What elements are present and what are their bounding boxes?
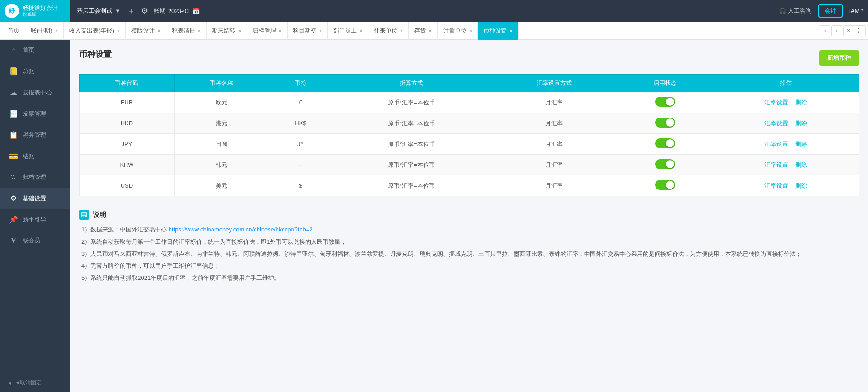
- tab-subjects-close[interactable]: ×: [319, 28, 322, 33]
- headset-icon: 🎧: [779, 8, 786, 14]
- toggle-enabled[interactable]: [655, 138, 675, 148]
- tab-close-all-btn[interactable]: ×: [843, 25, 854, 36]
- tab-dept-close[interactable]: ×: [359, 28, 362, 33]
- tab-currency[interactable]: 币种设置 ×: [478, 22, 518, 40]
- rate-setting-link[interactable]: 汇率设置: [764, 120, 788, 127]
- new-currency-button[interactable]: 新增币种: [819, 50, 859, 66]
- sidebar-item-guide[interactable]: 📌 新手引导: [0, 209, 70, 230]
- sidebar-item-invoice[interactable]: 🧾 发票管理: [0, 103, 70, 124]
- col-actions: 操作: [712, 75, 859, 92]
- currency-table: 币种代码 币种名称 币符 折算方式 汇率设置方式 启用状态 操作 EUR 欧元 …: [79, 74, 859, 196]
- toggle-enabled[interactable]: [655, 97, 675, 107]
- delete-link[interactable]: 删除: [795, 141, 807, 147]
- cell-code: EUR: [80, 92, 175, 113]
- cell-status: [618, 134, 712, 155]
- note-item: 4）无官方牌价的币种，可以用户手工维护汇率信息；: [81, 261, 859, 271]
- sidebar-item-home[interactable]: ⌂ 首页: [0, 40, 70, 61]
- tab-tax[interactable]: 税表清册 ×: [166, 22, 207, 40]
- tab-period[interactable]: 账(中期) ×: [25, 22, 64, 40]
- table-header-row: 币种代码 币种名称 币符 折算方式 汇率设置方式 启用状态 操作: [80, 75, 859, 92]
- toggle-enabled[interactable]: [655, 180, 675, 190]
- tab-dept[interactable]: 部门员工 ×: [328, 22, 368, 40]
- logo-icon: 好: [5, 4, 19, 18]
- tab-inventory[interactable]: 存货 ×: [409, 22, 437, 40]
- tab-template[interactable]: 模版设计 ×: [126, 22, 166, 40]
- sidebar-pin-btn[interactable]: ◄ ◄取消固定: [0, 373, 70, 392]
- sidebar-item-ledger[interactable]: 📒 总账: [0, 61, 70, 82]
- tab-units-close[interactable]: ×: [469, 28, 472, 33]
- tab-inventory-close[interactable]: ×: [429, 28, 431, 33]
- toggle-enabled[interactable]: [655, 159, 675, 169]
- tab-archive[interactable]: 归档管理 ×: [247, 22, 288, 40]
- tab-units[interactable]: 计量单位 ×: [438, 22, 478, 40]
- tab-subjects-label: 科目期初: [293, 27, 316, 35]
- tab-next-btn[interactable]: ›: [831, 25, 842, 36]
- tab-template-close[interactable]: ×: [157, 28, 160, 33]
- tab-partners-close[interactable]: ×: [400, 28, 403, 33]
- cell-calc: 原币*汇率=本位币: [332, 134, 491, 155]
- table-row: USD 美元 $ 原币*汇率=本位币 月汇率 汇率设置 删除: [80, 175, 859, 196]
- tab-currency-close[interactable]: ×: [509, 28, 512, 33]
- toggle-enabled[interactable]: [655, 118, 675, 128]
- delete-link[interactable]: 删除: [795, 161, 807, 168]
- sidebar-item-tax[interactable]: 📋 税务管理: [0, 124, 70, 146]
- account-info: 账期 2023-03 📅: [154, 7, 200, 15]
- tab-maximize-btn[interactable]: ⛶: [855, 25, 866, 36]
- tab-inventory-label: 存货: [414, 27, 426, 35]
- notes-link[interactable]: https://www.chinamoney.com.cn/chinese/bk…: [169, 226, 313, 233]
- note-item: 3）人民币对马来西亚林吉特、俄罗斯卢布、南非兰特、韩元、阿联酋迪拉姆、沙特里亚尔…: [81, 250, 859, 259]
- col-code: 币种代码: [80, 75, 175, 92]
- tab-income-close[interactable]: ×: [117, 28, 120, 33]
- period-value: 2023-03: [168, 8, 190, 14]
- tab-period-label: 账(中期): [31, 27, 52, 35]
- cell-code: USD: [80, 175, 175, 196]
- notes-title: 说明: [79, 210, 859, 220]
- tab-archive-close[interactable]: ×: [279, 28, 282, 33]
- rate-setting-link[interactable]: 汇率设置: [764, 99, 788, 106]
- company-selector[interactable]: 基层工会测试 ▼: [77, 7, 121, 15]
- tab-period-close[interactable]: ×: [55, 28, 58, 33]
- tab-period-end[interactable]: 期末结转 ×: [207, 22, 247, 40]
- sidebar-label-ledger: 总账: [23, 67, 34, 76]
- tab-nav-buttons: ‹ › × ⛶: [820, 25, 866, 36]
- customer-service-btn[interactable]: 🎧 人工咨询: [779, 7, 811, 15]
- tab-partners[interactable]: 往来单位 ×: [368, 22, 409, 40]
- cell-calc: 原币*汇率=本位币: [332, 155, 491, 175]
- calendar-icon[interactable]: 📅: [193, 8, 200, 14]
- add-icon[interactable]: ＋: [125, 4, 137, 18]
- account-button[interactable]: 会计: [818, 4, 843, 18]
- sidebar-label-archive: 归档管理: [23, 173, 46, 181]
- tab-income-report[interactable]: 收入支出表(年报) ×: [64, 22, 126, 40]
- delete-link[interactable]: 删除: [795, 120, 807, 127]
- col-name: 币种名称: [174, 75, 269, 92]
- rate-setting-link[interactable]: 汇率设置: [764, 182, 788, 189]
- tab-prev-btn[interactable]: ‹: [820, 25, 830, 36]
- settings-icon[interactable]: ⚙: [139, 4, 150, 18]
- tab-subjects[interactable]: 科目期初 ×: [288, 22, 328, 40]
- rate-setting-link[interactable]: 汇率设置: [764, 141, 788, 147]
- sidebar-label-invoice: 发票管理: [23, 110, 46, 118]
- sidebar-item-basic[interactable]: ⚙ 基础设置: [0, 188, 70, 209]
- toggle-thumb: [666, 118, 674, 127]
- toggle-thumb: [666, 160, 674, 168]
- sidebar-label-checkout: 结账: [23, 152, 34, 161]
- tab-archive-label: 归档管理: [253, 27, 276, 35]
- tab-home-label: 首页: [8, 27, 19, 35]
- company-name: 基层工会测试: [77, 7, 112, 15]
- delete-link[interactable]: 删除: [795, 182, 807, 189]
- tab-home[interactable]: 首页: [2, 22, 25, 40]
- tab-partners-label: 往来单位: [374, 27, 397, 35]
- cell-name: 日圆: [174, 134, 269, 155]
- delete-link[interactable]: 删除: [795, 99, 807, 106]
- cell-code: JPY: [80, 134, 175, 155]
- sidebar-item-reports[interactable]: ☁ 云报表中心: [0, 82, 70, 103]
- sidebar-item-archive[interactable]: 🗂 归档管理: [0, 167, 70, 188]
- pin-icon: ◄: [7, 380, 12, 386]
- sidebar-item-checkout[interactable]: 💳 结账: [0, 146, 70, 167]
- cell-actions: 汇率设置 删除: [712, 92, 859, 113]
- toggle-thumb: [666, 139, 674, 147]
- sidebar-item-vip[interactable]: V 畅会员: [0, 230, 70, 251]
- rate-setting-link[interactable]: 汇率设置: [764, 161, 788, 168]
- tab-period-end-close[interactable]: ×: [238, 28, 241, 33]
- tab-tax-close[interactable]: ×: [198, 28, 201, 33]
